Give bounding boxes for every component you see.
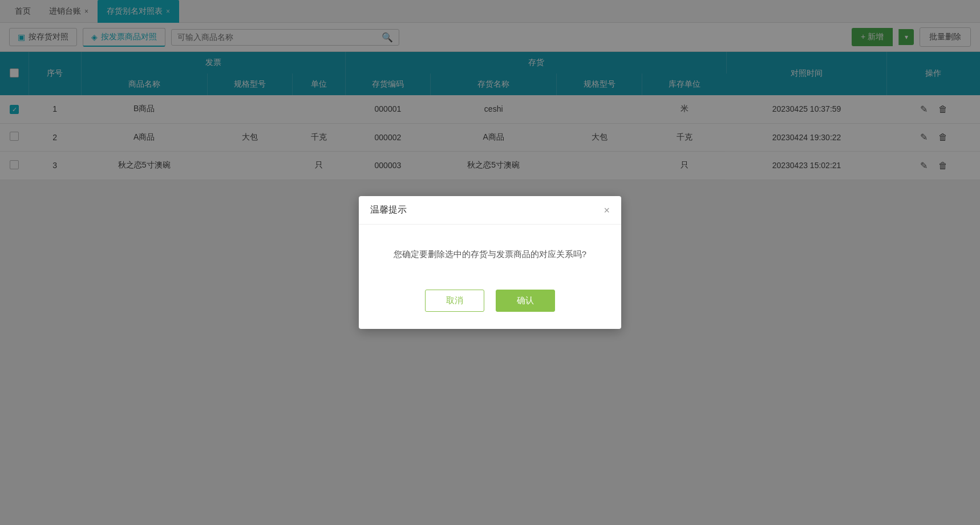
modal-overlay: 温馨提示 × 您确定要删除选中的存货与发票商品的对应关系吗? 取消 确认 (0, 0, 980, 180)
